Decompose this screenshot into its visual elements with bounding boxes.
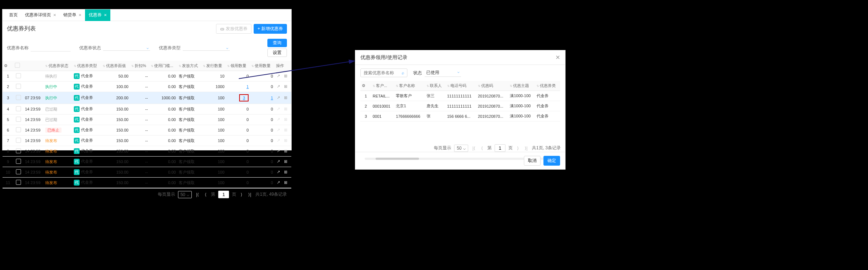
close-icon[interactable]: ✕ [555,54,560,61]
row-checkbox[interactable] [16,127,21,132]
col-issue-method[interactable]: ⇅发放方式 [177,61,202,71]
table-row[interactable]: 7 14 23:59 待发布 代代金券 150.00 -- 0.00 客户领取 … [3,136,291,146]
modal-page-input[interactable] [495,144,505,152]
col-cust-code[interactable]: ⇅客户... [371,81,394,91]
gear-column[interactable]: ⚙ [360,81,371,91]
col-claim-qty[interactable]: ⇅领用数量 [226,61,250,71]
row-checkbox[interactable] [16,117,21,122]
per-page-select[interactable]: 50⌵ [178,191,192,198]
coupon-type: 代金券 [81,138,93,142]
table-row[interactable]: 10 14 23:59 待发布 代代金券 150.00 -- 0.00 客户领取… [3,167,291,178]
coupon-code: 2019120870... [477,111,508,121]
table-row[interactable]: 2 执行中 代代金券 100.00 -- 0.00 客户领取 1000 1 0 … [3,82,291,92]
claim-qty-link[interactable]: 3 [239,94,249,101]
table-row[interactable]: 8 14 23:59 待发布 代代金券 150.00 -- 0.00 客户领取 … [3,146,291,157]
first-page-button[interactable]: |⟨ [195,192,200,197]
col-face-value[interactable]: ⇅优惠券面值 [101,61,130,71]
modal-per-page-select[interactable]: 50⌵ [454,145,468,152]
col-cust-name[interactable]: ⇅客户名称 [394,81,425,91]
row-checkbox[interactable] [16,84,21,89]
tab-sales-order[interactable]: 销货单✕ [60,9,85,21]
last-page-button[interactable]: ⟩| [523,146,529,151]
next-page-button[interactable]: ⟩ [239,192,244,197]
table-row[interactable]: 2 00010001 北京1 唐先生 11111111111 201912087… [360,101,560,111]
col-coupon-code[interactable]: ⇅优惠码 [477,81,508,91]
search-input[interactable] [364,70,399,75]
qr-icon: ⊞ [284,138,289,143]
customer-name: 17666666666 [394,111,425,121]
filter-status-select[interactable]: ⌵ [103,45,150,51]
select-all-checkbox[interactable] [15,63,20,68]
col-status[interactable]: ⇅优惠券状态 [44,61,72,71]
last-page-button[interactable]: ⟩| [247,192,253,197]
table-row[interactable]: 1 待执行 代代金券 50.00 -- 0.00 客户领取 10 0 0 ↗⊞ [3,71,291,82]
table-row[interactable]: 11 14 23:59 待发布 代代金券 150.00 -- 0.00 客户领取… [3,178,291,188]
prev-page-button[interactable]: ⟨ [203,192,208,197]
col-type[interactable]: ⇅优惠券类型 [72,61,101,71]
col-subject[interactable]: ⇅优惠主题 [508,81,535,91]
coupon-type: 代金券 [81,159,93,163]
row-checkbox[interactable] [16,169,21,174]
share-icon: ↗ [277,107,282,112]
issue-coupon-button[interactable]: 🎟发放优惠券 [216,24,251,34]
page-input[interactable] [218,191,229,198]
prev-page-button[interactable]: ⟨ [480,146,484,151]
col-coupon-type[interactable]: ⇅优惠券类 [535,81,560,91]
row-checkbox[interactable] [16,95,21,100]
row-checkbox[interactable] [16,180,21,185]
table-row[interactable]: 6 14 23:59 已终止 代代金券 150.00 -- 0.00 客户领取 … [3,125,291,136]
row-checkbox[interactable] [16,138,21,143]
col-use-qty[interactable]: ⇅使用数量 [250,61,274,71]
tab-coupon[interactable]: 优惠券✕ [85,9,110,21]
qr-icon[interactable]: ⊞ [284,84,289,89]
filter-name-label: 优惠券名称 [7,45,29,51]
table-row[interactable]: 3 0001 17666666666 张 156 6666 6... 20191… [360,111,560,121]
table-row[interactable]: 1 RETAIL... 零散客户 张三 11111111111 20191208… [360,91,560,101]
qr-icon[interactable]: ⊞ [284,95,289,100]
query-button[interactable]: 查询 [267,39,287,47]
row-time: 14 23:59 [24,167,44,178]
table-row[interactable]: 3 07 23:59 执行中 代代金券 200.00 -- 1000.00 客户… [3,92,291,104]
close-icon[interactable]: ✕ [104,13,107,17]
confirm-button[interactable]: 确定 [543,156,560,166]
close-icon[interactable]: ✕ [53,13,56,17]
coupon-type: 代金券 [81,128,93,132]
cancel-button[interactable]: 取消 [524,156,541,166]
gear-column[interactable]: ⚙ [3,61,13,71]
row-time [24,82,44,92]
filter-type-select[interactable]: ⌵ [183,45,230,51]
col-contact[interactable]: ⇅联系人 [425,81,445,91]
close-icon[interactable]: ✕ [79,13,81,17]
add-coupon-button[interactable]: + 新增优惠券 [254,24,287,34]
filter-name-input[interactable] [31,45,71,51]
share-icon: ↗ [277,159,282,164]
claim-qty-link[interactable]: 1 [246,84,249,89]
row-checkbox[interactable] [16,148,21,153]
col-threshold[interactable]: ⇅使用门槛... [149,61,177,71]
settings-button[interactable]: 设置 [267,49,287,57]
row-checkbox[interactable] [16,73,21,78]
face-value: 150.00 [101,167,130,178]
row-time: 14 23:59 [24,178,44,188]
search-icon[interactable]: ⌕ [402,70,404,75]
subject: 满1000-100 [508,111,535,121]
qr-icon[interactable]: ⊞ [284,74,289,79]
share-icon[interactable]: ↗ [277,84,282,89]
col-discount[interactable]: ⇅折扣% [130,61,149,71]
row-checkbox[interactable] [16,159,21,164]
tab-home[interactable]: 首页 [5,9,21,21]
issue-method: 客户领取 [177,167,202,178]
share-icon[interactable]: ↗ [277,74,282,79]
share-icon[interactable]: ↗ [277,95,282,100]
next-page-button[interactable]: ⟩ [516,146,520,151]
col-phone[interactable]: ⇅电话号码 [446,81,477,91]
modal-status-select[interactable]: 已使用⌵ [425,69,461,77]
use-qty-link[interactable]: 1 [271,96,273,100]
table-row[interactable]: 4 14 23:59 已过期 代代金券 150.00 -- 0.00 客户领取 … [3,104,291,115]
table-row[interactable]: 9 14 23:59 待发布 代代金券 150.00 -- 0.00 客户领取 … [3,157,291,167]
row-checkbox[interactable] [16,106,21,111]
col-issue-qty[interactable]: ⇅发行数量 [202,61,226,71]
tab-coupon-detail[interactable]: 优惠券详情页✕ [21,9,60,21]
table-row[interactable]: 5 14 23:59 已过期 代代金券 150.00 -- 0.00 客户领取 … [3,115,291,125]
first-page-button[interactable]: |⟨ [471,146,477,151]
